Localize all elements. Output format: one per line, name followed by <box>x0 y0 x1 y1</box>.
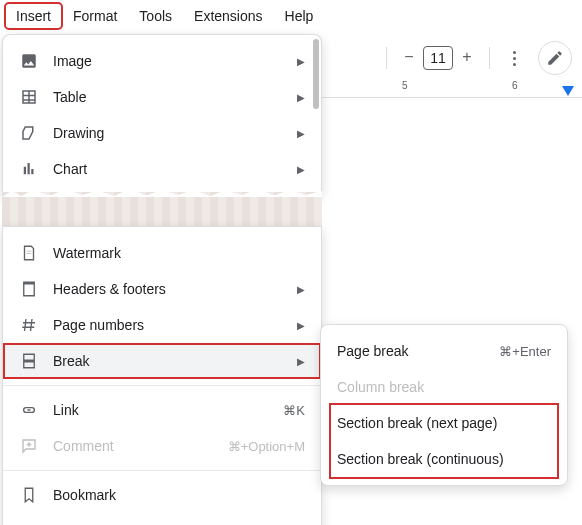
menu-item-label: Column break <box>337 379 551 395</box>
menu-item-label: Image <box>53 53 283 69</box>
shortcut-label: ⌘+Enter <box>499 344 551 359</box>
headers-icon <box>19 279 39 299</box>
pencil-icon <box>546 49 564 67</box>
menu-item-chart[interactable]: Chart ▶ <box>3 151 321 187</box>
watermark-icon <box>19 243 39 263</box>
menu-item-link[interactable]: Link ⌘K <box>3 392 321 428</box>
menu-item-headers-footers[interactable]: Headers & footers ▶ <box>3 271 321 307</box>
menu-divider <box>3 470 321 471</box>
menu-item-label: Link <box>53 402 269 418</box>
submenu-item-section-break-next[interactable]: Section break (next page) <box>321 405 567 441</box>
insert-dropdown-lower: Watermark Headers & footers ▶ Page numbe… <box>2 226 322 525</box>
increase-font-button[interactable]: + <box>455 46 479 70</box>
hash-icon <box>19 315 39 335</box>
chevron-right-icon: ▶ <box>297 164 305 175</box>
menu-extensions[interactable]: Extensions <box>184 4 272 28</box>
ruler-mark: 6 <box>512 80 518 91</box>
drawing-icon <box>19 123 39 143</box>
menu-item-label: Chart <box>53 161 283 177</box>
insert-dropdown: Image ▶ Table ▶ Drawing ▶ Chart ▶ Horizo… <box>2 34 322 194</box>
menu-item-label: Break <box>53 353 283 369</box>
menu-item-label: Comment <box>53 438 214 454</box>
image-icon <box>19 51 39 71</box>
shortcut-label: ⌘K <box>283 403 305 418</box>
submenu-item-column-break: Column break <box>321 369 567 405</box>
submenu-item-page-break[interactable]: Page break ⌘+Enter <box>321 333 567 369</box>
menu-item-toc[interactable]: Table of contents ▶ <box>3 513 321 525</box>
bookmark-icon <box>19 485 39 505</box>
ruler-right-margin-icon[interactable] <box>562 86 574 96</box>
menu-item-page-numbers[interactable]: Page numbers ▶ <box>3 307 321 343</box>
menu-item-drawing[interactable]: Drawing ▶ <box>3 115 321 151</box>
comment-icon <box>19 436 39 456</box>
font-size-control: − 11 + <box>397 46 479 70</box>
editing-mode-button[interactable] <box>538 41 572 75</box>
menu-item-bookmark[interactable]: Bookmark <box>3 477 321 513</box>
menu-tools[interactable]: Tools <box>129 4 182 28</box>
break-submenu: Page break ⌘+Enter Column break Section … <box>320 324 568 486</box>
chevron-right-icon: ▶ <box>297 128 305 139</box>
menu-item-label: Section break (next page) <box>337 415 551 431</box>
svg-rect-1 <box>24 282 35 284</box>
menu-item-label: Headers & footers <box>53 281 283 297</box>
ruler-mark: 5 <box>402 80 408 91</box>
menu-item-comment: Comment ⌘+Option+M <box>3 428 321 464</box>
more-options-button[interactable] <box>508 51 520 66</box>
menu-format[interactable]: Format <box>63 4 127 28</box>
menu-help[interactable]: Help <box>275 4 324 28</box>
decrease-font-button[interactable]: − <box>397 46 421 70</box>
chevron-right-icon: ▶ <box>297 356 305 367</box>
menu-item-table[interactable]: Table ▶ <box>3 79 321 115</box>
toc-icon <box>19 521 39 525</box>
menu-item-label: Watermark <box>53 245 305 261</box>
menu-divider <box>3 385 321 386</box>
chevron-right-icon: ▶ <box>297 284 305 295</box>
menu-item-break[interactable]: Break ▶ <box>3 343 321 379</box>
menu-item-watermark[interactable]: Watermark <box>3 235 321 271</box>
menu-item-label: Drawing <box>53 125 283 141</box>
menu-item-label: Section break (continuous) <box>337 451 551 467</box>
submenu-item-section-break-cont[interactable]: Section break (continuous) <box>321 441 567 477</box>
menu-item-label: Table <box>53 89 283 105</box>
menu-insert[interactable]: Insert <box>6 4 61 28</box>
chevron-right-icon: ▶ <box>297 92 305 103</box>
chevron-right-icon: ▶ <box>297 320 305 331</box>
menu-item-label: Page numbers <box>53 317 283 333</box>
shortcut-label: ⌘+Option+M <box>228 439 305 454</box>
table-icon <box>19 87 39 107</box>
chevron-right-icon: ▶ <box>297 56 305 67</box>
ruler: 5 6 <box>322 78 582 98</box>
link-icon <box>19 400 39 420</box>
toolbar: − 11 + <box>372 38 582 78</box>
font-size-input[interactable]: 11 <box>423 46 453 70</box>
menu-item-label: Page break <box>337 343 485 359</box>
menubar: Insert Format Tools Extensions Help <box>0 0 582 32</box>
break-icon <box>19 351 39 371</box>
menu-item-image[interactable]: Image ▶ <box>3 43 321 79</box>
menu-item-label: Bookmark <box>53 487 305 503</box>
chart-icon <box>19 159 39 179</box>
